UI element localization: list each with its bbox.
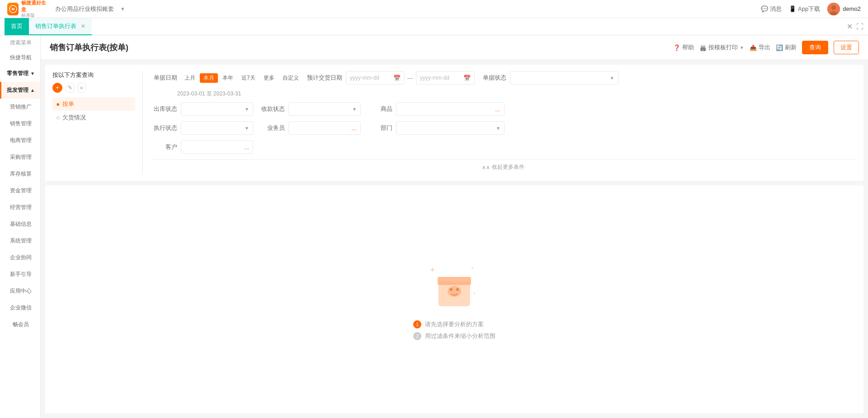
empty-hint-1: 1 请先选择要分析的方案 — [413, 320, 495, 328]
tab-close-icon[interactable]: ✕ — [81, 23, 85, 29]
right-filter-area: 单据日期 上月 本月 本年 近7天 更多 自定义 预计交货日期 — [150, 71, 856, 175]
page-header: 销售订单执行表(按单) ❓ 帮助 🖨️ 按模板打印 ▼ 📤 导出 🔄 刷新 — [41, 35, 868, 60]
sidebar-item-operations[interactable]: 经营管理 — [0, 199, 40, 216]
end-date-text: yyyy-mm-dd — [420, 75, 449, 81]
sidebar-item-retail[interactable]: 零售管理 ▼ — [0, 65, 40, 82]
top-bar: 畅捷通好生意 标准版 办公用品行业模拟账套 ▾ 💬 消息 📱 App下载 dem… — [0, 0, 868, 18]
sidebar-item-member[interactable]: 畅会员 — [0, 316, 40, 333]
outbound-select[interactable]: ▼ — [181, 102, 253, 116]
outbound-filter-group: 出库状态 ▼ — [150, 102, 253, 116]
svg-point-2 — [831, 5, 836, 10]
date-tabs: 上月 本月 本年 近7天 更多 自定义 — [181, 73, 302, 83]
dept-arrow-icon: ▼ — [496, 126, 500, 131]
logo-area: 畅捷通好生意 标准版 — [7, 0, 48, 18]
status-select[interactable]: ▼ — [510, 71, 618, 85]
collapse-scheme-button[interactable]: « — [78, 83, 85, 93]
collection-select[interactable]: ▼ — [288, 102, 361, 116]
sidebar-item-wechat[interactable]: 企业微信 — [0, 299, 40, 316]
product-select[interactable]: ... — [396, 102, 505, 116]
left-filter-title: 按以下方案查询 — [52, 71, 94, 79]
customer-select[interactable]: ... — [181, 140, 253, 154]
quicknav-label: 快捷导航 — [10, 54, 32, 61]
status-label: 单据状态 — [479, 74, 506, 82]
filter-row-2: 出库状态 ▼ 收款状态 ▼ — [150, 102, 856, 116]
user-area[interactable]: demo2 — [827, 3, 861, 15]
left-filter-panel: 按以下方案查询 + ✎ « ● — [52, 71, 143, 175]
print-icon: 🖨️ — [699, 44, 707, 51]
expected-date-end[interactable]: yyyy-mm-dd 📅 — [416, 71, 475, 85]
sidebar-item-system[interactable]: 系统管理 — [0, 233, 40, 249]
date-label: 单据日期 — [150, 74, 177, 82]
query-button[interactable]: 查询 — [802, 41, 828, 54]
refresh-button[interactable]: 🔄 刷新 — [776, 43, 797, 52]
page-title: 销售订单执行表(按单) — [50, 42, 128, 53]
exec-status-label: 执行状态 — [150, 124, 177, 132]
sidebar-item-enterprise[interactable]: 企业协同 — [0, 249, 40, 266]
exec-status-arrow-icon: ▼ — [245, 126, 249, 131]
add-icon: + — [56, 85, 59, 91]
settings-button[interactable]: 设置 — [834, 41, 859, 54]
print-button[interactable]: 🖨️ 按模板打印 ▼ — [699, 43, 744, 52]
sidebar-item-search[interactable]: 搜索菜单 — [0, 35, 40, 50]
retail-arrow: ▼ — [30, 71, 35, 76]
scheme-icon-debt: ○ — [56, 114, 60, 121]
message-button[interactable]: 💬 消息 — [761, 5, 782, 13]
sidebar-item-basic[interactable]: 基础信息 — [0, 216, 40, 233]
product-filter-group: 商品 ... — [365, 102, 505, 116]
outbound-label: 出库状态 — [150, 105, 177, 113]
app-download-button[interactable]: 📱 App下载 — [789, 5, 820, 13]
tab-sales-exec[interactable]: 销售订单执行表 ✕ — [29, 18, 92, 35]
system-title-dropdown[interactable]: ▾ — [121, 5, 124, 12]
date-tab-more[interactable]: 更多 — [260, 73, 278, 83]
date-tab-thisyear[interactable]: 本年 — [219, 73, 237, 83]
tab-home[interactable]: 首页 — [5, 18, 29, 35]
sidebar-item-finance[interactable]: 资金管理 — [0, 182, 40, 199]
outbound-arrow-icon: ▼ — [245, 107, 249, 112]
date-range-text: 2023-03-01 至 2023-03-31 — [177, 90, 241, 97]
scheme-item-debt[interactable]: ○ 欠货情况 — [52, 111, 135, 124]
date-tab-7days[interactable]: 近7天 — [238, 73, 259, 83]
sidebar-item-wholesale[interactable]: 批发管理 ▲ — [0, 82, 40, 99]
date-tab-lastmonth[interactable]: 上月 — [181, 73, 199, 83]
exec-status-select[interactable]: ▼ — [181, 121, 253, 135]
svg-text:✦: ✦ — [470, 265, 475, 271]
add-scheme-button[interactable]: + — [52, 83, 62, 93]
date-separator: — — [407, 75, 413, 81]
start-date-text: yyyy-mm-dd — [350, 75, 379, 81]
sidebar-item-ecommerce[interactable]: 电商管理 — [0, 132, 40, 149]
export-button[interactable]: 📤 导出 — [750, 43, 770, 52]
collection-label: 收款状态 — [258, 105, 285, 113]
left-filter-header: 按以下方案查询 — [52, 71, 135, 79]
sidebar-item-sales[interactable]: 销售管理 — [0, 115, 40, 132]
user-name: demo2 — [843, 5, 861, 12]
tab-bar-actions: ✕ ⛶ — [847, 22, 863, 31]
collapse-more-button[interactable]: ∧∧ 收起更多条件 — [150, 159, 856, 175]
sidebar-item-marketing[interactable]: 营销推广 — [0, 99, 40, 115]
tab-bar: 首页 销售订单执行表 ✕ ✕ ⛶ — [0, 18, 868, 35]
exec-status-filter-group: 执行状态 ▼ — [150, 121, 253, 135]
left-filter-actions: + ✎ « — [52, 83, 135, 93]
sidebar-item-newbie[interactable]: 新手引导 — [0, 266, 40, 283]
sidebar-item-appstore[interactable]: 应用中心 — [0, 283, 40, 299]
svg-text:✦: ✦ — [429, 266, 435, 274]
dept-select[interactable]: ▼ — [396, 121, 505, 135]
scheme-item-order[interactable]: ● 按单 — [52, 97, 135, 111]
tab-close-all-icon[interactable]: ✕ — [847, 22, 853, 31]
svg-point-7 — [450, 288, 453, 291]
collapse-icon: « — [80, 85, 83, 91]
content-area: 销售订单执行表(按单) ❓ 帮助 🖨️ 按模板打印 ▼ 📤 导出 🔄 刷新 — [41, 35, 868, 418]
product-dots-icon: ... — [495, 105, 500, 113]
empty-hints: 1 请先选择要分析的方案 2 用过滤条件来缩小分析范围 — [413, 320, 495, 340]
sidebar-item-quicknav[interactable]: 快捷导航 — [0, 50, 40, 65]
edit-scheme-button[interactable]: ✎ — [65, 83, 75, 93]
tab-expand-icon[interactable]: ⛶ — [856, 23, 863, 31]
filter-row-1: 单据日期 上月 本月 本年 近7天 更多 自定义 预计交货日期 — [150, 71, 856, 85]
salesrep-select[interactable]: ... — [288, 121, 361, 135]
sidebar-item-inventory[interactable]: 库存核算 — [0, 166, 40, 182]
date-tab-custom[interactable]: 自定义 — [279, 73, 302, 83]
hint-num-1: 1 — [413, 320, 421, 328]
date-tab-thismonth[interactable]: 本月 — [200, 73, 218, 83]
help-button[interactable]: ❓ 帮助 — [673, 43, 694, 52]
expected-date-start[interactable]: yyyy-mm-dd 📅 — [346, 71, 405, 85]
sidebar-item-purchase[interactable]: 采购管理 — [0, 149, 40, 166]
